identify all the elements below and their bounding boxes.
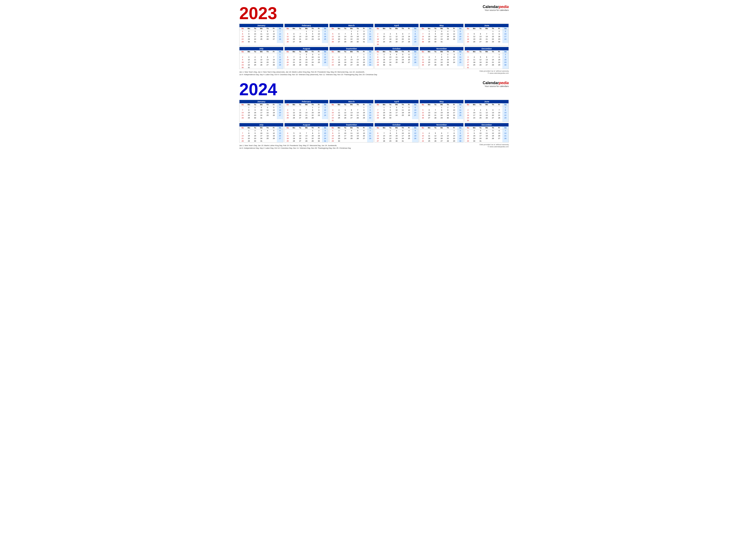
calendar-cell: 14	[432, 59, 438, 61]
calendar-cell: 4	[252, 56, 258, 59]
calendar-cell: 31	[330, 119, 336, 122]
calendar-cell: 19	[285, 38, 291, 41]
calendar-cell: 26	[271, 114, 277, 117]
calendar-cell: 18	[477, 114, 484, 117]
calendar-cell: 6	[375, 132, 381, 135]
calendar-cell	[381, 30, 387, 33]
calendar-cell: 26	[406, 114, 412, 117]
calendar-cell: 23	[375, 41, 381, 43]
day-header: Mo	[291, 126, 297, 129]
calendar-cell: 22	[439, 114, 445, 117]
calendar-cell: 6	[426, 109, 432, 111]
calendar-cell: 16	[303, 59, 309, 61]
calendar-cell: 3	[258, 106, 264, 109]
calendar-cell: 30	[445, 117, 451, 119]
calendar-cell: 22	[297, 61, 303, 64]
calendar-cell: 6	[348, 56, 354, 59]
calendar-cell: 1	[297, 53, 303, 56]
day-header: Fr	[496, 50, 502, 53]
day-header: Mo	[291, 103, 297, 106]
calendar-cell	[412, 64, 418, 66]
calendar-cell: 7	[490, 56, 496, 59]
calendar-cell: 12	[490, 132, 496, 135]
calendar-cell: 15	[246, 111, 252, 114]
calendar-cell: 10	[342, 132, 348, 135]
calendar-cell: 24	[258, 114, 264, 117]
calendar-cell: 8	[412, 32, 418, 35]
calendar-cell: 8	[361, 56, 367, 59]
months-row-2: JulySuMoTuWeThFrSa 123456789101112131415…	[239, 123, 509, 143]
calendar-cell: 5	[355, 129, 361, 132]
calendar-cell: 3	[361, 30, 367, 33]
day-header: We	[439, 126, 445, 129]
calendar-cell: 19	[420, 61, 426, 64]
calendar-cell: 14	[303, 135, 309, 137]
calendar-cell: 10	[420, 135, 426, 137]
day-header: Su	[375, 50, 381, 53]
year-header: 2024 Calendarpedia Your source for calen…	[239, 81, 509, 98]
calendar-cell	[457, 41, 463, 43]
calendar-cell: 23	[445, 114, 451, 117]
day-header: Th	[264, 27, 271, 30]
calendar-cell: 31	[322, 140, 328, 142]
month-title: June	[465, 24, 509, 27]
day-header: Sa	[457, 126, 463, 129]
calendar-cell: 22	[303, 38, 309, 41]
month-block: AugustSuMoTuWeThFrSa 1234567891011121314…	[284, 47, 329, 69]
calendar-cell: 1	[361, 53, 367, 56]
calendar-cell: 28	[496, 117, 502, 119]
calendar-cell: 24	[342, 137, 348, 140]
month-block: JanuarySuMoTuWeThFrSa 123456789101112131…	[239, 100, 283, 122]
calendar-cell: 22	[348, 38, 354, 41]
calendar-cell	[264, 117, 271, 119]
calendar-cell: 14	[381, 135, 387, 137]
calendar-cell: 30	[246, 41, 252, 43]
year-section: 2023 Calendarpedia Your source for calen…	[239, 5, 509, 76]
calendar-cell: 20	[457, 35, 463, 38]
month-title: April	[375, 100, 418, 103]
calendar-cell	[484, 30, 490, 33]
calendar-cell: 28	[432, 64, 438, 66]
day-header: Tu	[297, 27, 303, 30]
calendar-cell: 25	[264, 114, 271, 117]
calendar-cell	[393, 43, 400, 46]
calendar-cell: 30	[387, 117, 393, 119]
calendar-cell: 1	[309, 106, 315, 109]
calendar-cell: 4	[285, 109, 291, 111]
calendar-cell: 7	[303, 109, 309, 111]
calendar-cell: 5	[271, 106, 277, 109]
calendar-cell: 21	[484, 38, 490, 41]
calendar-cell	[322, 41, 328, 43]
calendar-cell	[393, 64, 400, 66]
calendar-cell: 17	[439, 35, 445, 38]
calendar-cell: 15	[348, 35, 354, 38]
calendar-cell: 27	[406, 61, 412, 64]
calendar-cell: 24	[381, 41, 387, 43]
day-header: We	[439, 50, 445, 53]
calendar-cell: 13	[285, 59, 291, 61]
day-header: Sa	[457, 50, 463, 53]
calendar-cell: 31	[246, 66, 252, 69]
day-header: Mo	[381, 27, 387, 30]
day-header: We	[258, 103, 264, 106]
day-header: Su	[239, 27, 246, 30]
day-header: Sa	[502, 27, 509, 30]
day-header: Mo	[471, 103, 477, 106]
calendar-cell: 17	[393, 111, 400, 114]
day-header: Th	[490, 27, 496, 30]
calendar-cell: 3	[330, 109, 336, 111]
calendar-cell: 29	[439, 117, 445, 119]
calendar-cell	[277, 41, 283, 43]
calendar-cell	[471, 106, 477, 109]
calendar-cell	[490, 119, 496, 122]
calendar-cell: 11	[457, 109, 463, 111]
day-header: Mo	[471, 50, 477, 53]
calendar-cell: 28	[420, 41, 426, 43]
calendar-cell: 26	[420, 117, 426, 119]
day-header: Su	[420, 27, 426, 30]
calendar-cell: 29	[330, 140, 336, 142]
calendar-cell: 23	[239, 64, 246, 66]
calendar-cell	[381, 129, 387, 132]
calendar-cell: 6	[297, 132, 303, 135]
brand-pedia: pedia	[499, 81, 509, 85]
